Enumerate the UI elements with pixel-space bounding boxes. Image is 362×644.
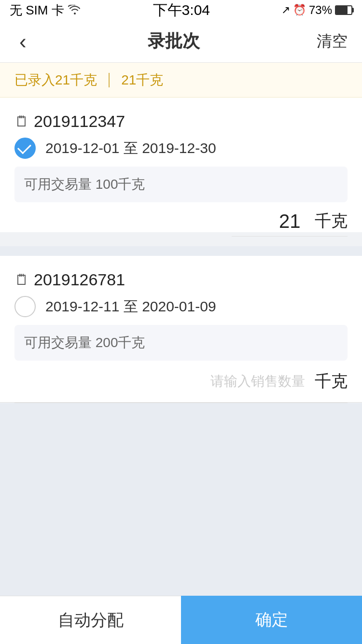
location-icon: ↗	[281, 4, 290, 16]
summary-divider	[109, 73, 110, 87]
batch-date-1: 2019-12-01 至 2019-12-30	[45, 139, 216, 158]
batch-row-2[interactable]: 2019-12-11 至 2020-01-09	[14, 296, 348, 317]
batch-item-2: 🗒 2019126781 2019-12-11 至 2020-01-09 可用交…	[0, 256, 362, 361]
batch-date-2: 2019-12-11 至 2020-01-09	[45, 297, 216, 317]
batch-available-2: 可用交易量 200千克	[14, 325, 348, 361]
alarm-icon: ⏰	[293, 4, 306, 16]
batch-id-icon-2: 🗒	[14, 272, 29, 288]
bottom-bar: 自动分配 确定	[0, 596, 362, 644]
batch-id-1: 2019112347	[34, 112, 125, 131]
quantity-placeholder-2: 请输入销售数量	[210, 372, 305, 391]
batch-row-1[interactable]: 2019-12-01 至 2019-12-30	[14, 138, 348, 159]
battery-icon	[335, 5, 352, 15]
quantity-input-row-2: 请输入销售数量 千克	[0, 361, 362, 403]
batch-header-2: 🗒 2019126781	[14, 270, 348, 289]
wifi-icon	[68, 3, 82, 18]
quantity-unit-1: 千克	[310, 210, 348, 232]
summary-bar: 已录入21千克 21千克	[0, 63, 362, 98]
quantity-unit-2: 千克	[315, 370, 348, 392]
batch-radio-1[interactable]	[14, 138, 36, 159]
page-title: 录批次	[148, 29, 200, 53]
status-left: 无 SIM 卡	[10, 2, 82, 19]
batch-id-icon-1: 🗒	[14, 113, 29, 130]
batch-separator	[0, 246, 362, 256]
batch-available-1: 可用交易量 100千克	[14, 167, 348, 202]
quantity-line-1	[232, 236, 348, 237]
status-bar: 无 SIM 卡 下午3:04 ↗ ⏰ 73%	[0, 0, 362, 20]
quantity-value-1: 21	[279, 210, 301, 232]
status-right: ↗ ⏰ 73%	[281, 3, 352, 17]
carrier-text: 无 SIM 卡	[10, 2, 64, 19]
clear-button[interactable]: 清空	[317, 31, 348, 52]
batch-header-1: 🗒 2019112347	[14, 112, 348, 131]
status-time: 下午3:04	[153, 0, 210, 20]
quantity-display-row-1: 21 千克	[0, 202, 362, 232]
nav-bar: ‹ 录批次 清空	[0, 20, 362, 63]
auto-distribute-button[interactable]: 自动分配	[0, 596, 181, 644]
batch-radio-2[interactable]	[14, 296, 36, 317]
battery-text: 73%	[309, 3, 332, 17]
confirm-button[interactable]: 确定	[181, 596, 362, 644]
batch-id-2: 2019126781	[34, 270, 125, 289]
page-content: 🗒 2019112347 2019-12-01 至 2019-12-30 可用交…	[0, 98, 362, 630]
back-button[interactable]: ‹	[14, 25, 31, 58]
summary-recorded: 已录入21千克	[14, 71, 97, 89]
batch-item-1: 🗒 2019112347 2019-12-01 至 2019-12-30 可用交…	[0, 98, 362, 202]
summary-amount: 21千克	[121, 71, 163, 89]
